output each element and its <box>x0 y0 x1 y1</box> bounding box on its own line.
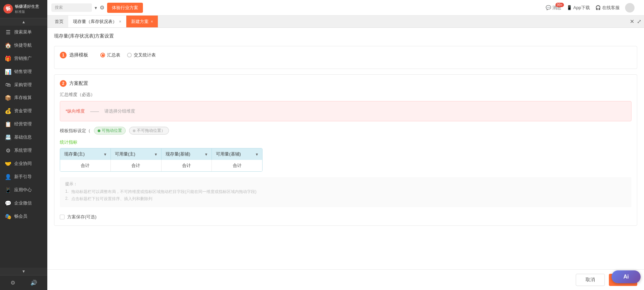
mobile-download-icon: 📱 <box>567 5 572 10</box>
topbar-right: 💬 消息 99+ 📱 App下载 🎧 在线客服 <box>546 3 640 13</box>
sidebar-item-search-menu[interactable]: ☰ 搜索菜单 <box>0 26 47 39</box>
sidebar-scroll-down[interactable]: ▼ <box>0 268 47 275</box>
bag-icon: 🛍 <box>5 82 11 88</box>
sidebar-item-membership[interactable]: 🎭 畅会员 <box>0 210 47 223</box>
radio-cross[interactable]: 交叉统计表 <box>127 52 156 58</box>
tip-1-text: 拖动标题栏可以调整布局，不可跨维度或指标区域拖动栏目字段(只能在同一维度或指标区… <box>71 189 256 195</box>
sidebar-item-label: 资金管理 <box>14 108 32 114</box>
save-option: 方案保存(可选) <box>60 214 631 220</box>
tab-new-scheme-close[interactable]: × <box>151 19 153 24</box>
stats-col-available-main-arrow[interactable]: ▾ <box>155 152 157 157</box>
tip-2: 2. 点击标题栏下拉可设置排序、插入列和删除列 <box>65 196 626 202</box>
stats-col-available-aux[interactable]: 可用量(基辅) ▾ <box>212 148 262 160</box>
non-draggable-dot <box>133 129 135 132</box>
tab-home[interactable]: 首页 <box>50 16 68 27</box>
sidebar-item-system[interactable]: ⚙ 系统管理 <box>0 144 47 157</box>
sidebar-item-base-info[interactable]: 📇 基础信息 <box>0 131 47 144</box>
tips-title: 提示： <box>65 181 626 187</box>
stats-table-body: 合计 合计 合计 合计 <box>60 160 262 171</box>
content-area: 现存量(库存状况表)方案设置 1 选择模板 汇总表 交叉统计表 <box>47 28 644 269</box>
sidebar-item-label: 企业微信 <box>14 200 32 206</box>
user-icon: 👤 <box>5 174 11 180</box>
metrics-settings-label: 模板指标设定（ <box>60 128 91 134</box>
stats-col-available-aux-arrow[interactable]: ▾ <box>256 152 258 157</box>
draggable-chip[interactable]: 可拖动位置 <box>94 127 126 135</box>
step1-title: 选择模板 <box>69 52 88 58</box>
tab-new-scheme[interactable]: 新建方案 × <box>126 16 158 27</box>
sidebar-item-finance[interactable]: 💰 资金管理 <box>0 104 47 118</box>
sidebar-item-operations[interactable]: 📋 经营管理 <box>0 118 47 131</box>
sidebar-item-sales[interactable]: 📊 销售管理 <box>0 65 47 78</box>
sidebar-item-purchase[interactable]: 🛍 采购管理 <box>0 78 47 91</box>
tab-close-btn[interactable]: ✕ <box>630 18 634 25</box>
sidebar-item-label: 畅会员 <box>14 213 27 219</box>
draggable-dot <box>98 129 100 132</box>
trial-industry-btn[interactable]: 体验行业方案 <box>107 3 143 13</box>
stats-col-available-main[interactable]: 可用量(主) ▾ <box>111 148 162 160</box>
topbar-online-service[interactable]: 🎧 在线客服 <box>595 5 620 11</box>
sidebar-item-label: 企业协同 <box>14 161 32 167</box>
stats-col-current-aux[interactable]: 现存量(基辅) ▾ <box>162 148 212 160</box>
ai-label: Ai <box>623 274 629 280</box>
sidebar-bottom: ⚙ 🔊 <box>0 275 47 290</box>
radio-cross-circle <box>127 53 132 57</box>
sidebar-item-enterprise-wechat[interactable]: 💬 企业微信 <box>0 197 47 210</box>
topbar-dropdown-btn[interactable]: ▾ <box>95 5 97 10</box>
sound-icon[interactable]: 🔊 <box>28 278 40 287</box>
step2-section: 2 方案配置 汇总维度（必选） *纵向维度 —— 请选择分组维度 模板指标设定（… <box>54 74 637 226</box>
tip-1: 1. 拖动标题栏可以调整布局，不可跨维度或指标区域拖动栏目字段(只能在同一维度或… <box>65 189 626 195</box>
tab-inventory[interactable]: 现存量（库存状况表） × <box>68 16 126 27</box>
stats-table: 现存量(主) ▾ 可用量(主) ▾ 现存量(基辅) ▾ 可用量(基辅) ▾ <box>60 148 263 172</box>
handshake-icon: 🤝 <box>5 161 11 167</box>
radio-summary[interactable]: 汇总表 <box>100 52 120 58</box>
radio-cross-label: 交叉统计表 <box>134 52 156 58</box>
sidebar-item-inventory[interactable]: 📦 库存核算 <box>0 91 47 104</box>
tab-inventory-close[interactable]: × <box>119 19 121 24</box>
topbar-messages[interactable]: 💬 消息 99+ <box>546 5 561 11</box>
dimension-placeholder: 请选择分组维度 <box>104 108 135 114</box>
topbar-app-download[interactable]: 📱 App下载 <box>567 5 590 11</box>
footer-bar: 取消 查询 <box>47 269 644 290</box>
gear-icon: ⚙ <box>5 147 11 154</box>
step1-section: 1 选择模板 汇总表 交叉统计表 <box>54 46 637 69</box>
tip-2-num: 2. <box>65 196 69 202</box>
logo-icon: 畅 <box>3 4 13 14</box>
sidebar-item-app-center[interactable]: 📱 应用中心 <box>0 184 47 197</box>
tip-2-text: 点击标题栏下拉可设置排序、插入列和删除列 <box>71 196 152 202</box>
save-label: 方案保存(可选) <box>67 214 97 220</box>
metrics-settings-row: 模板指标设定（ 可拖动位置 不可拖动位置） <box>60 127 631 135</box>
tips-section: 提示： 1. 拖动标题栏可以调整布局，不可跨维度或指标区域拖动栏目字段(只能在同… <box>60 177 631 207</box>
settings-icon[interactable]: ⚙ <box>8 278 18 287</box>
stats-col-current-main-label: 现存量(主) <box>64 151 85 157</box>
sidebar-item-marketing[interactable]: 🎁 营销推广 <box>0 52 47 65</box>
sidebar-item-label: 销售管理 <box>14 69 32 75</box>
save-checkbox[interactable] <box>60 215 65 219</box>
dimension-area[interactable]: *纵向维度 —— 请选择分组维度 <box>60 101 631 121</box>
headset-icon: 🎧 <box>595 5 601 10</box>
sidebar-item-label: 经营管理 <box>14 121 32 127</box>
cancel-button[interactable]: 取消 <box>576 274 605 286</box>
stats-col-current-main-arrow[interactable]: ▾ <box>104 152 106 157</box>
tab-expand-btn[interactable]: ⤢ <box>637 18 641 25</box>
search-menu-icon: ☰ <box>5 29 11 35</box>
sidebar-item-quick-nav[interactable]: 🏠 快捷导航 <box>0 39 47 52</box>
stats-col-current-main[interactable]: 现存量(主) ▾ <box>60 148 111 160</box>
step1-number: 1 <box>60 52 67 58</box>
radio-summary-circle <box>100 53 105 57</box>
topbar: 搜索 ▾ ⚙ 体验行业方案 💬 消息 99+ 📱 App下载 🎧 在线客服 <box>47 0 644 16</box>
chart-icon: 📊 <box>5 69 11 75</box>
topbar-settings-btn[interactable]: ⚙ <box>100 4 104 11</box>
stats-col-available-main-label: 可用量(主) <box>115 151 135 157</box>
page-title: 现存量(库存状况表)方案设置 <box>54 33 637 39</box>
sidebar-item-cooperation[interactable]: 🤝 企业协同 <box>0 157 47 170</box>
sidebar-scroll-up[interactable]: ▲ <box>0 18 47 26</box>
stats-label: 统计指标 <box>60 139 631 145</box>
stats-col-current-aux-arrow[interactable]: ▾ <box>205 152 207 157</box>
dimension-dash: —— <box>90 109 99 114</box>
step1-header: 1 选择模板 汇总表 交叉统计表 <box>60 52 631 58</box>
step2-number: 2 <box>60 80 67 87</box>
ai-button[interactable]: Ai <box>612 270 641 283</box>
tabs-bar: 首页 现存量（库存状况表） × 新建方案 × ✕ ⤢ <box>47 16 644 28</box>
sidebar-item-newbie[interactable]: 👤 新手引导 <box>0 170 47 184</box>
user-avatar[interactable] <box>625 3 635 13</box>
